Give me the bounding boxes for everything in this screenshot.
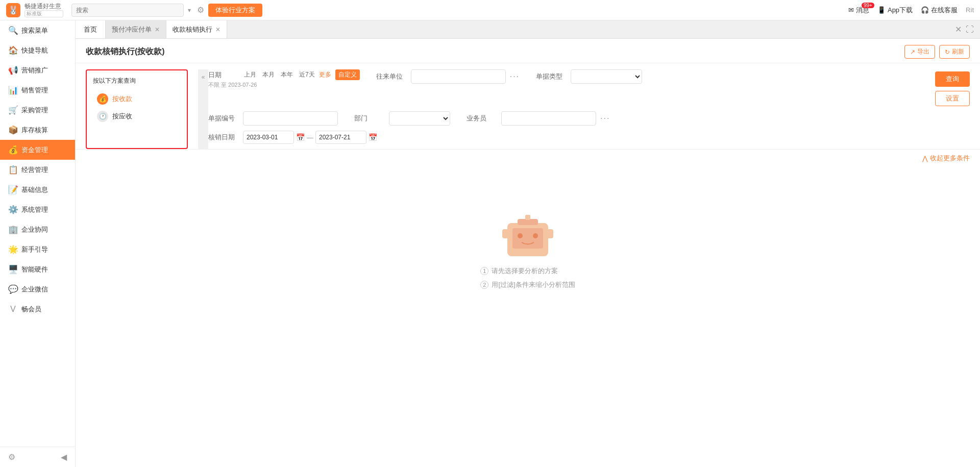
close-all-tabs-icon[interactable]: ✕ xyxy=(955,24,962,34)
refresh-icon: ↻ xyxy=(945,48,950,56)
top-bar: 🐰 畅捷通好生意 标准版 ▾ ⚙ 体验行业方案 ✉ 消息 99+ 📱 App下载… xyxy=(0,0,980,20)
empty-state: 1 请先选择要分析的方案 2 用[过滤]条件来缩小分析范围 xyxy=(76,167,980,332)
tab-prepay[interactable]: 预付冲应付单 ✕ xyxy=(106,20,166,38)
purchase-icon: 🛒 xyxy=(8,105,17,115)
sidebar-item-system[interactable]: ⚙️ 系统管理 xyxy=(0,200,75,219)
salesman-input[interactable] xyxy=(501,111,596,126)
sidebar-item-hardware[interactable]: 🖥️ 智能硬件 xyxy=(0,259,75,279)
sidebar-item-guide[interactable]: 🌟 新手引导 xyxy=(0,239,75,259)
wechat-icon: 💬 xyxy=(8,284,17,294)
message-button[interactable]: ✉ 消息 99+ xyxy=(848,6,869,15)
enterprise-icon: 🏢 xyxy=(8,225,17,234)
filter-option-by-receivable[interactable]: 🕐 按应收 xyxy=(93,108,181,125)
salesman-dots-btn[interactable]: ··· xyxy=(600,114,610,123)
search-chevron-icon[interactable]: ▾ xyxy=(188,7,191,14)
verify-date-start-input[interactable] xyxy=(243,131,294,144)
counterpart-dots-btn[interactable]: ··· xyxy=(510,72,520,81)
sidebar-item-wechat[interactable]: 💬 企业微信 xyxy=(0,279,75,299)
empty-hints: 1 请先选择要分析的方案 2 用[过滤]条件来缩小分析范围 xyxy=(480,265,575,291)
last-7days-btn[interactable]: 近7天 xyxy=(297,69,317,80)
app-name: 畅捷通好生意 xyxy=(24,3,61,10)
sidebar-item-marketing[interactable]: 📢 营销推广 xyxy=(0,60,75,80)
online-service-button[interactable]: 🎧 在线客服 xyxy=(921,6,958,15)
doc-no-input[interactable] xyxy=(243,111,338,126)
custom-date-btn[interactable]: 自定义 xyxy=(335,69,360,80)
message-badge: 99+ xyxy=(862,3,874,8)
svg-point-3 xyxy=(533,233,538,238)
counterpart-label: 往来单位 xyxy=(376,72,407,81)
verify-date-end-input[interactable] xyxy=(315,131,366,144)
setting-button[interactable]: 设置 xyxy=(935,91,970,106)
dept-select[interactable] xyxy=(389,111,450,126)
user-avatar[interactable]: Rit xyxy=(966,6,974,14)
solution-button[interactable]: 体验行业方案 xyxy=(208,4,262,17)
sidebar: 🔍 搜索菜单 🏠 快捷导航 📢 营销推广 📊 销售管理 🛒 采购管理 📦 库存核… xyxy=(0,20,76,467)
date-no-limit: 不限 至 2023-07-26 xyxy=(208,81,360,89)
expand-icon[interactable]: ⛶ xyxy=(966,25,974,34)
home-icon: 🏠 xyxy=(8,45,17,55)
app-edition: 标准版 xyxy=(24,10,63,17)
collapse-sidebar-icon[interactable]: ◀ xyxy=(61,452,67,462)
verify-date-field: 核销日期 📅 — 📅 xyxy=(208,131,377,144)
tab-home[interactable]: 首页 xyxy=(76,20,106,38)
query-button[interactable]: 查询 xyxy=(935,71,970,87)
global-search-input[interactable] xyxy=(71,4,184,17)
sidebar-item-sales[interactable]: 📊 销售管理 xyxy=(0,80,75,100)
tab-collect[interactable]: 收款核销执行 ✕ xyxy=(166,20,227,38)
svg-rect-1 xyxy=(512,228,543,249)
verify-end-calendar-icon[interactable]: 📅 xyxy=(369,133,377,141)
doc-type-label: 单据类型 xyxy=(536,72,567,81)
sidebar-item-finance[interactable]: 💰 资金管理 xyxy=(0,140,75,160)
empty-hint-1-text: 请先选择要分析的方案 xyxy=(492,265,558,277)
sidebar-item-inventory[interactable]: 📦 库存核算 xyxy=(0,120,75,140)
filter-panel-title: 按以下方案查询 xyxy=(93,77,181,85)
sidebar-item-vip[interactable]: Ⅴ 畅会员 xyxy=(0,299,75,319)
marketing-icon: 📢 xyxy=(8,65,17,75)
date-filter-group: 日期 上月 本月 本年 近7天 更多 自定义 xyxy=(208,69,360,89)
headset-icon: 🎧 xyxy=(921,6,929,14)
message-icon: ✉ xyxy=(848,6,854,14)
svg-rect-7 xyxy=(525,215,530,220)
chevron-left-icon: « xyxy=(202,73,205,81)
settings-bottom-icon[interactable]: ⚙ xyxy=(8,452,15,462)
vip-icon: Ⅴ xyxy=(8,304,17,314)
last-month-btn[interactable]: 上月 xyxy=(242,69,258,80)
filter-option-by-collect[interactable]: 💰 按收款 xyxy=(93,90,181,108)
dept-field: 部门 xyxy=(354,111,450,126)
sidebar-item-enterprise[interactable]: 🏢 企业协同 xyxy=(0,219,75,239)
filter-left-panel: 按以下方案查询 💰 按收款 🕐 按应收 xyxy=(86,69,188,149)
sidebar-item-operations[interactable]: 📋 经营管理 xyxy=(0,160,75,180)
refresh-button[interactable]: ↻ 刷新 xyxy=(939,45,970,59)
settings-gear-icon[interactable]: ⚙ xyxy=(197,5,204,15)
empty-hint-1: 1 请先选择要分析的方案 xyxy=(480,265,575,277)
this-month-btn[interactable]: 本月 xyxy=(260,69,277,80)
collapse-more-conditions[interactable]: ⋀ 收起更多条件 xyxy=(76,149,980,167)
export-button[interactable]: ↗ 导出 xyxy=(904,45,935,59)
page-content: 收款核销执行(按收款) ↗ 导出 ↻ 刷新 xyxy=(76,39,980,467)
this-year-btn[interactable]: 本年 xyxy=(279,69,295,80)
date-range-separator: — xyxy=(307,134,313,141)
filter-collapse-button[interactable]: « xyxy=(198,69,208,149)
filter-form: 日期 上月 本月 本年 近7天 更多 自定义 xyxy=(208,69,970,149)
verify-start-calendar-icon[interactable]: 📅 xyxy=(296,133,305,141)
sidebar-item-quick-nav[interactable]: 🏠 快捷导航 xyxy=(0,40,75,60)
sales-icon: 📊 xyxy=(8,85,17,95)
sidebar-item-basic-info[interactable]: 📝 基础信息 xyxy=(0,180,75,200)
doc-type-select[interactable] xyxy=(571,69,642,84)
salesman-field: 业务员 ··· xyxy=(467,111,610,126)
verify-date-label: 核销日期 xyxy=(208,133,239,142)
tab-collect-close[interactable]: ✕ xyxy=(215,26,220,33)
counterpart-input[interactable] xyxy=(411,69,506,84)
date-shortcuts: 上月 本月 本年 近7天 更多 自定义 xyxy=(242,69,360,80)
page-header-actions: ↗ 导出 ↻ 刷新 xyxy=(904,45,970,59)
chevron-up-icon: ⋀ xyxy=(922,155,928,162)
app-download-button[interactable]: 📱 App下载 xyxy=(877,6,913,15)
counterpart-field: 往来单位 ··· xyxy=(376,69,520,84)
sidebar-item-purchase[interactable]: 🛒 采购管理 xyxy=(0,100,75,120)
more-date-btn[interactable]: 更多 xyxy=(319,70,331,79)
tab-prepay-close[interactable]: ✕ xyxy=(155,26,160,33)
step-2-num: 2 xyxy=(480,281,488,289)
filter-area: 按以下方案查询 💰 按收款 🕐 按应收 « xyxy=(76,63,980,149)
sidebar-item-search[interactable]: 🔍 搜索菜单 xyxy=(0,20,75,40)
inventory-icon: 📦 xyxy=(8,125,17,135)
